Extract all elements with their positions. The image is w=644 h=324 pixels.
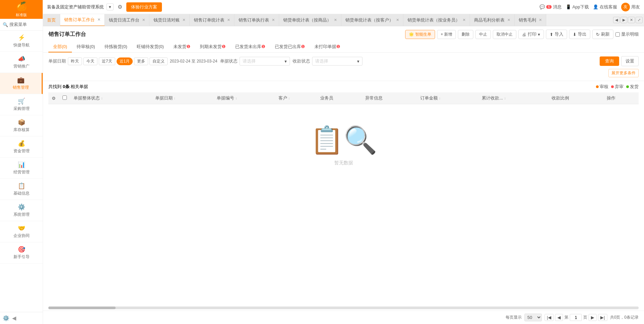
select-all-checkbox[interactable] (62, 95, 67, 100)
subtab-pending-inspect[interactable]: 待拣验货(0) (100, 42, 132, 52)
tab-sales-execute[interactable]: 销售订单执行表 ✕ (234, 14, 279, 26)
col-checkbox[interactable] (59, 92, 70, 104)
col-number-sort[interactable]: ↕ (235, 96, 237, 100)
subtab-shipped-not-out[interactable]: 已发货未出库❶ (230, 42, 270, 52)
page-first-button[interactable]: |◀ (545, 314, 554, 321)
import-button[interactable]: ⬆ 导入 (546, 30, 567, 39)
topbar-settings-icon[interactable]: ⚙ (116, 2, 124, 11)
subtab-not-shipped[interactable]: 未发货❶ (169, 42, 195, 52)
sidebar-search[interactable]: 🔍 搜索菜单 (0, 19, 43, 31)
date-btn-yesterday[interactable]: 昨天 (68, 57, 82, 65)
tab-close-all[interactable]: ✕ (628, 17, 635, 23)
message-button[interactable]: 💬 6 消息 (540, 4, 562, 10)
col-cumulative-sort[interactable]: ↕ (504, 96, 506, 100)
tab-sales-customer[interactable]: 销货单统计表（按客户） ✕ (341, 14, 403, 26)
tab-sales-stats-close[interactable]: ✕ (227, 18, 230, 22)
date-btn-today[interactable]: 今天 (83, 57, 97, 65)
tab-sales-execute-close[interactable]: ✕ (272, 18, 275, 22)
tab-home[interactable]: 首页 (43, 14, 60, 26)
sidebar-item-sales[interactable]: 💼 销售管理 (0, 73, 43, 94)
tab-sales-profit-close[interactable]: ✕ (539, 18, 542, 22)
quick-ship-button[interactable]: 发货 (626, 84, 639, 90)
industry-solution-button[interactable]: 体验行业方案 (126, 2, 162, 12)
tab-cash-reconcile-close[interactable]: ✕ (182, 18, 185, 22)
sidebar-item-quick-nav[interactable]: ⚡ 快捷导航 (0, 31, 43, 52)
ai-generate-button[interactable]: 🌟 智能生单 (405, 30, 435, 39)
detail-checkbox-input[interactable] (615, 32, 620, 37)
payment-select[interactable]: 请选择 ▾ (312, 57, 362, 66)
tab-scroll-right[interactable]: ▶ (620, 17, 627, 23)
sidebar-item-purchase[interactable]: 🛒 采购管理 (0, 94, 43, 115)
refresh-button[interactable]: ↻ 刷新 (592, 30, 613, 39)
expand-more-conditions[interactable]: 展开更多条件 (608, 69, 639, 77)
tab-sales-workbench[interactable]: 销售订单工作台 ✕ (60, 14, 105, 26)
sidebar-item-base-info[interactable]: 📋 基础信息 (0, 179, 43, 200)
page-size-select[interactable]: 50 100 200 (524, 314, 542, 321)
print-button[interactable]: 🖨 打印 ▾ (518, 30, 544, 39)
tab-sales-product-close[interactable]: ✕ (334, 18, 337, 22)
subtab-all[interactable]: 全部(0) (48, 42, 72, 52)
tab-sales-product[interactable]: 销货单统计表（按商品） ✕ (279, 14, 341, 26)
table-scroll[interactable]: ⚙ 单据整体状态 ↕ 单据日期 ↕ 单据编号 (48, 92, 639, 104)
quick-cancel-review-button[interactable]: 弃审 (611, 84, 624, 90)
sidebar-item-system[interactable]: ⚙️ 系统管理 (0, 200, 43, 221)
tab-sales-workbench-close[interactable]: ✕ (97, 17, 100, 22)
col-status-sort[interactable]: ↕ (101, 96, 103, 100)
tab-maximize[interactable]: ⤢ (636, 17, 643, 23)
setting-button[interactable]: 设置 (621, 56, 639, 66)
collapse-icon[interactable]: ◀ (12, 315, 16, 321)
sidebar-item-inventory[interactable]: 📦 库存核算 (0, 115, 43, 136)
new-button[interactable]: + 新增 (437, 30, 456, 39)
horizontal-scrollbar[interactable] (48, 307, 639, 309)
date-btn-7days[interactable]: 近7天 (99, 57, 115, 65)
col-amount-sort[interactable]: ↕ (439, 96, 441, 100)
date-btn-custom[interactable]: 自定义 (149, 57, 168, 65)
marketing-icon: 📣 (18, 55, 25, 63)
cancel-suspend-button[interactable]: 取消中止 (493, 30, 516, 39)
subtab-pending-review[interactable]: 待审核(0) (72, 42, 100, 52)
subtab-not-printed[interactable]: 未打印单据❶ (310, 42, 345, 52)
page-last-button[interactable]: ▶| (598, 314, 607, 321)
user-menu[interactable]: 友 用友 (621, 3, 640, 11)
delete-button[interactable]: 删除 (458, 30, 473, 39)
page-next-button[interactable]: ▶ (589, 314, 597, 321)
tab-cash-daily-close[interactable]: ✕ (142, 18, 145, 22)
operations-icon: 📊 (18, 161, 25, 168)
online-service-button[interactable]: 👤 在线客服 (593, 4, 617, 10)
sidebar-item-finance[interactable]: 💰 资金管理 (0, 136, 43, 158)
tab-sales-customer-close[interactable]: ✕ (396, 18, 399, 22)
tab-sales-salesman-close[interactable]: ✕ (463, 18, 466, 22)
subtab-shipped-out[interactable]: 已发货已出库❶ (270, 42, 310, 52)
date-btn-more[interactable]: 更多 (134, 57, 148, 65)
tab-product-margin[interactable]: 商品毛利分析表 ✕ (470, 14, 515, 26)
show-detail-checkbox[interactable]: 显示明细 (615, 31, 639, 37)
tab-sales-salesman[interactable]: 销货单统计表（按业务员） ✕ (403, 14, 470, 26)
query-button[interactable]: 查询 (600, 56, 619, 66)
tab-sales-profit[interactable]: 销售毛利 ✕ (515, 14, 546, 26)
tab-cash-reconcile[interactable]: 钱货日清对账 ✕ (149, 14, 190, 26)
date-btn-1month[interactable]: 近1月 (117, 57, 133, 65)
tab-scroll-left[interactable]: ◀ (613, 17, 620, 23)
sidebar-item-marketing[interactable]: 📣 营销推广 (0, 52, 43, 73)
tab-product-margin-close[interactable]: ✕ (507, 18, 510, 22)
suspend-button[interactable]: 中止 (475, 30, 491, 39)
export-button[interactable]: ⬇ 导出 (569, 30, 590, 39)
payment-select-arrow: ▾ (357, 59, 359, 64)
status-select[interactable]: 请选择 ▾ (240, 57, 290, 66)
subtab-overdue-not-shipped[interactable]: 到期未发货❶ (195, 42, 230, 52)
subtab-wangpu-pending[interactable]: 旺铺待发货(0) (132, 42, 169, 52)
app-download-button[interactable]: 📱 App下载 (566, 4, 589, 10)
system-dropdown[interactable]: ▾ (106, 3, 114, 10)
tab-sales-stats[interactable]: 销售订单统计表 ✕ (190, 14, 234, 26)
page-number-input[interactable] (570, 314, 582, 321)
sidebar-item-operations[interactable]: 📊 经营管理 (0, 158, 43, 179)
col-customer-sort[interactable]: ↕ (288, 96, 290, 100)
page-prev-button[interactable]: ◀ (555, 314, 563, 321)
sidebar-item-enterprise[interactable]: 🤝 企业协同 (0, 221, 43, 242)
sidebar-item-guide[interactable]: 🎯 新手引导 (0, 242, 43, 264)
col-settings[interactable]: ⚙ (48, 92, 59, 104)
settings-bottom-icon[interactable]: ⚙️ (3, 315, 9, 321)
tab-cash-daily[interactable]: 钱货日清工作台 ✕ (105, 14, 149, 26)
col-date-sort[interactable]: ↕ (174, 96, 175, 100)
quick-review-button[interactable]: 审核 (596, 84, 608, 90)
